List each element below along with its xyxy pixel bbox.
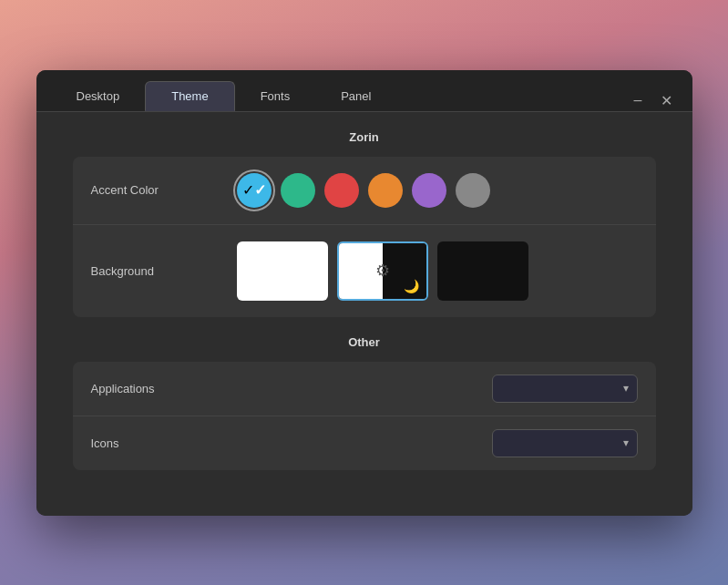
icons-dropdown-wrapper: ▾ xyxy=(492,429,638,457)
tabs-container: Desktop Theme Fonts Panel xyxy=(51,81,397,111)
applications-dropdown[interactable] xyxy=(492,375,638,403)
moon-icon: 🌙 xyxy=(404,279,419,293)
minimize-button[interactable]: – xyxy=(629,90,648,110)
icons-dropdown[interactable] xyxy=(492,429,638,457)
zorin-section-title: Zorin xyxy=(73,130,656,144)
zorin-card: Accent Color ✓ Background xyxy=(73,157,656,317)
bg-auto-option[interactable]: ⚙ 🌙 xyxy=(337,241,428,301)
tab-fonts[interactable]: Fonts xyxy=(235,81,316,111)
tab-theme[interactable]: Theme xyxy=(145,81,234,111)
background-label: Background xyxy=(91,264,237,278)
accent-color-row: Accent Color ✓ xyxy=(73,157,656,225)
bg-light-option[interactable] xyxy=(237,241,328,301)
main-window: Desktop Theme Fonts Panel – ✕ Zorin Acce… xyxy=(36,70,692,516)
color-red[interactable] xyxy=(324,173,359,208)
accent-colors-container: ✓ xyxy=(237,173,490,208)
accent-color-label: Accent Color xyxy=(91,183,237,197)
gear-icon: ⚙ xyxy=(375,261,390,281)
bg-dark-option[interactable] xyxy=(437,241,528,301)
color-gray[interactable] xyxy=(456,173,490,208)
window-controls: – ✕ xyxy=(629,90,678,111)
color-blue[interactable]: ✓ xyxy=(237,173,272,208)
close-button[interactable]: ✕ xyxy=(655,90,678,111)
color-purple[interactable] xyxy=(412,173,446,208)
icons-label: Icons xyxy=(91,436,237,450)
background-row: Background ⚙ 🌙 xyxy=(73,225,656,317)
icons-row: Icons ▾ xyxy=(73,416,656,470)
other-card: Applications ▾ Icons ▾ xyxy=(73,362,656,470)
content-area: Zorin Accent Color ✓ Background xyxy=(36,112,692,516)
tab-bar: Desktop Theme Fonts Panel – ✕ xyxy=(36,70,692,112)
color-orange[interactable] xyxy=(368,173,403,208)
applications-row: Applications ▾ xyxy=(73,362,656,416)
tab-panel[interactable]: Panel xyxy=(315,81,396,111)
other-section-title: Other xyxy=(73,335,656,349)
applications-label: Applications xyxy=(91,382,237,395)
bg-options-container: ⚙ 🌙 xyxy=(237,241,528,301)
color-green[interactable] xyxy=(281,173,315,208)
bg-auto-inner: ⚙ 🌙 xyxy=(339,243,426,299)
applications-dropdown-wrapper: ▾ xyxy=(492,375,638,403)
tab-desktop[interactable]: Desktop xyxy=(51,81,146,111)
